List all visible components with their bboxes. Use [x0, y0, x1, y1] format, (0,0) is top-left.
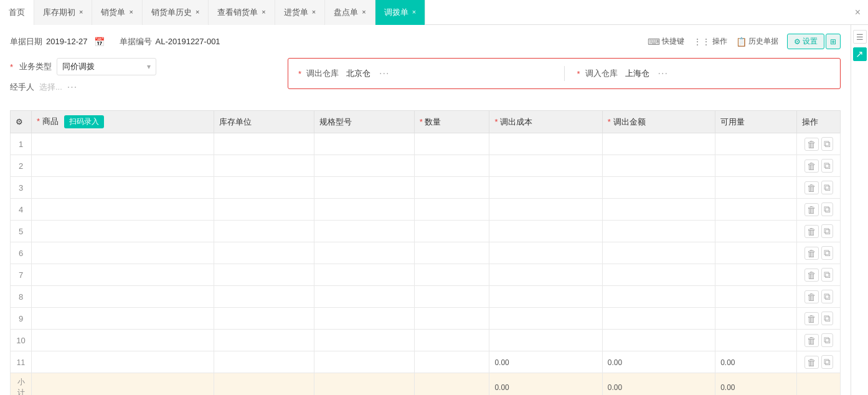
- settings-button[interactable]: ⚙ 设置: [787, 34, 824, 49]
- row-product-5[interactable]: [32, 221, 214, 242]
- delete-row-3[interactable]: 🗑: [804, 181, 819, 194]
- row-cost-4[interactable]: [489, 199, 602, 221]
- biz-type-select[interactable]: 同价调拨 ▾: [57, 58, 156, 75]
- row-amount-7[interactable]: [602, 264, 715, 286]
- row-unit-3[interactable]: [214, 177, 314, 199]
- tab-sales-order-close[interactable]: ×: [129, 9, 133, 16]
- handler-more-button[interactable]: ···: [67, 82, 77, 93]
- row-spec-11[interactable]: [314, 351, 414, 373]
- delete-row-11[interactable]: 🗑: [804, 356, 819, 369]
- row-spec-3[interactable]: [314, 177, 414, 199]
- tab-inventory-init[interactable]: 库存期初 ×: [34, 0, 92, 25]
- row-available-1[interactable]: [715, 133, 797, 155]
- handler-select[interactable]: 选择...: [39, 82, 62, 93]
- row-available-11[interactable]: 0.00: [715, 351, 797, 373]
- tab-transfer[interactable]: 调拨单 ×: [375, 0, 425, 25]
- row-available-3[interactable]: [715, 177, 797, 199]
- row-spec-8[interactable]: [314, 286, 414, 308]
- row-spec-5[interactable]: [314, 221, 414, 242]
- sidebar-export-button[interactable]: ↗: [853, 47, 867, 61]
- calendar-icon[interactable]: 📅: [94, 37, 105, 47]
- row-available-6[interactable]: [715, 242, 797, 264]
- row-unit-9[interactable]: [214, 308, 314, 330]
- row-available-4[interactable]: [715, 199, 797, 221]
- th-settings[interactable]: ⚙: [11, 111, 32, 133]
- row-unit-1[interactable]: [214, 133, 314, 155]
- row-qty-11[interactable]: [414, 351, 489, 373]
- delete-row-4[interactable]: 🗑: [804, 203, 819, 216]
- close-all-button[interactable]: ×: [847, 7, 868, 18]
- row-product-3[interactable]: [32, 177, 214, 199]
- copy-row-6[interactable]: ⧉: [821, 246, 833, 260]
- row-product-9[interactable]: [32, 308, 214, 330]
- row-qty-4[interactable]: [414, 199, 489, 221]
- row-product-10[interactable]: [32, 330, 214, 351]
- sidebar-list-button[interactable]: ☰: [853, 30, 867, 44]
- row-spec-7[interactable]: [314, 264, 414, 286]
- tab-view-sales-close[interactable]: ×: [262, 9, 265, 16]
- row-amount-5[interactable]: [602, 221, 715, 242]
- grid-view-button[interactable]: ⊞: [826, 34, 841, 49]
- delete-row-8[interactable]: 🗑: [804, 290, 819, 303]
- row-amount-8[interactable]: [602, 286, 715, 308]
- copy-row-9[interactable]: ⧉: [821, 312, 833, 325]
- copy-row-1[interactable]: ⧉: [821, 137, 833, 151]
- delete-row-7[interactable]: 🗑: [804, 269, 819, 282]
- row-cost-3[interactable]: [489, 177, 602, 199]
- row-spec-9[interactable]: [314, 308, 414, 330]
- delete-row-6[interactable]: 🗑: [804, 247, 819, 260]
- delete-row-2[interactable]: 🗑: [804, 159, 819, 173]
- row-product-7[interactable]: [32, 264, 214, 286]
- row-product-11[interactable]: [32, 351, 214, 373]
- tab-sales-order[interactable]: 销货单 ×: [92, 0, 142, 25]
- scan-button[interactable]: 扫码录入: [64, 115, 104, 128]
- operations-button[interactable]: ⋮⋮ 操作: [693, 36, 727, 47]
- row-spec-6[interactable]: [314, 242, 414, 264]
- row-cost-10[interactable]: [489, 330, 602, 351]
- tab-transfer-close[interactable]: ×: [412, 9, 416, 16]
- row-amount-4[interactable]: [602, 199, 715, 221]
- tab-view-sales[interactable]: 查看销货单 ×: [209, 0, 275, 25]
- copy-row-10[interactable]: ⧉: [821, 333, 833, 347]
- copy-row-5[interactable]: ⧉: [821, 224, 833, 238]
- row-cost-8[interactable]: [489, 286, 602, 308]
- row-amount-1[interactable]: [602, 133, 715, 155]
- row-qty-1[interactable]: [414, 133, 489, 155]
- row-amount-10[interactable]: [602, 330, 715, 351]
- shortcuts-button[interactable]: ⌨ 快捷键: [648, 36, 684, 47]
- row-cost-11[interactable]: 0.00: [489, 351, 602, 373]
- row-qty-7[interactable]: [414, 264, 489, 286]
- row-qty-3[interactable]: [414, 177, 489, 199]
- row-available-5[interactable]: [715, 221, 797, 242]
- row-amount-11[interactable]: 0.00: [602, 351, 715, 373]
- row-available-9[interactable]: [715, 308, 797, 330]
- row-amount-3[interactable]: [602, 177, 715, 199]
- row-spec-2[interactable]: [314, 155, 414, 177]
- tab-sales-history-close[interactable]: ×: [196, 9, 199, 16]
- row-spec-1[interactable]: [314, 133, 414, 155]
- row-cost-7[interactable]: [489, 264, 602, 286]
- row-amount-2[interactable]: [602, 155, 715, 177]
- row-cost-5[interactable]: [489, 221, 602, 242]
- tab-sales-history[interactable]: 销货单历史 ×: [143, 0, 209, 25]
- row-qty-8[interactable]: [414, 286, 489, 308]
- copy-row-3[interactable]: ⧉: [821, 181, 833, 194]
- gear-icon[interactable]: ⚙: [16, 117, 23, 126]
- row-amount-6[interactable]: [602, 242, 715, 264]
- tab-stock-take-close[interactable]: ×: [362, 9, 366, 16]
- row-product-6[interactable]: [32, 242, 214, 264]
- row-unit-8[interactable]: [214, 286, 314, 308]
- delete-row-9[interactable]: 🗑: [804, 312, 819, 325]
- out-warehouse-more[interactable]: ···: [379, 68, 389, 79]
- delete-row-10[interactable]: 🗑: [804, 334, 819, 347]
- row-product-8[interactable]: [32, 286, 214, 308]
- row-spec-4[interactable]: [314, 199, 414, 221]
- row-amount-9[interactable]: [602, 308, 715, 330]
- row-available-10[interactable]: [715, 330, 797, 351]
- tab-purchase[interactable]: 进货单 ×: [275, 0, 325, 25]
- row-unit-2[interactable]: [214, 155, 314, 177]
- row-unit-6[interactable]: [214, 242, 314, 264]
- copy-row-7[interactable]: ⧉: [821, 268, 833, 282]
- tab-home[interactable]: 首页: [0, 0, 34, 25]
- row-available-2[interactable]: [715, 155, 797, 177]
